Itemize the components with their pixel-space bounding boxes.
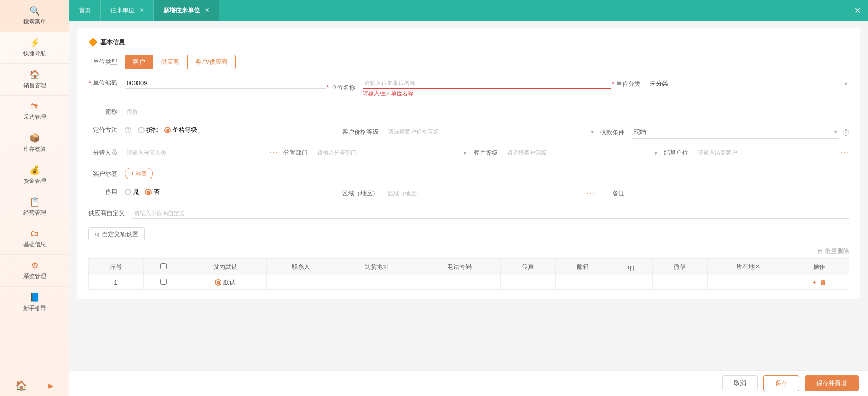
settlement-unit-input[interactable]	[696, 147, 837, 158]
disabled-region-row: 停用 是 否 区	[88, 188, 849, 199]
department-label: 分管部门	[279, 148, 312, 157]
sidebar-item-inventory[interactable]: 📦 库存核算	[0, 127, 69, 159]
department-chevron: ▾	[464, 149, 467, 156]
add-tag-button[interactable]: + 标签	[125, 168, 153, 179]
unit-name-input[interactable]	[363, 78, 611, 89]
footer: 取消 保存 保存并新增	[69, 370, 868, 396]
save-new-button[interactable]: 保存并新增	[805, 375, 859, 391]
row-checkbox[interactable]	[160, 279, 167, 285]
manager-more-btn[interactable]: ···	[269, 148, 278, 157]
disabled-radio-group: 是 否	[125, 188, 160, 196]
tab-home-label: 首页	[79, 6, 91, 15]
tab-partner-new[interactable]: 新增往来单位 ✕	[154, 0, 219, 21]
unit-category-select[interactable]: 未分类 ▾	[648, 78, 849, 90]
pricing-hint-icon[interactable]: ?	[125, 127, 131, 133]
cancel-button[interactable]: 取消	[722, 375, 758, 391]
sidebar-item-sales[interactable]: 🏠 销售管理	[0, 64, 69, 96]
sidebar-item-finance-label: 资金管理	[23, 177, 46, 185]
row-actions: + 🗑	[796, 279, 843, 286]
batch-delete-button[interactable]: 🗑 批量删除	[817, 247, 849, 256]
sidebar-item-finance[interactable]: 💰 资金管理	[0, 159, 69, 191]
manager-input[interactable]	[125, 147, 266, 158]
operations-icon: 📋	[30, 197, 40, 207]
supplier-custom-input[interactable]	[132, 208, 849, 219]
disabled-label: 停用	[88, 188, 121, 196]
row-default-radio[interactable]: 默认	[190, 278, 261, 287]
cell-checkbox	[143, 275, 184, 290]
custom-settings-label: 自定义项设置	[102, 230, 138, 239]
sidebar-item-purchase[interactable]: 🛍 采购管理	[0, 96, 69, 127]
tab-partner-list[interactable]: 往来单位 ✕	[101, 0, 154, 21]
tab-home[interactable]: 首页	[69, 0, 101, 21]
sidebar-home-icon[interactable]: 🏠	[15, 380, 27, 391]
unit-type-label: 单位类型	[88, 58, 121, 66]
manager-field: 分管人员 ···	[88, 147, 279, 158]
payment-terms-select[interactable]: 现结 ▾	[632, 126, 839, 139]
radio-disabled-yes[interactable]: 是	[125, 188, 139, 196]
department-input[interactable]	[315, 147, 460, 158]
unit-name-field: 单位名称 请输入往来单位名称	[326, 78, 611, 98]
remark-input[interactable]	[632, 188, 849, 199]
col-index: 序号	[89, 259, 144, 275]
btn-type-supplier[interactable]: 供应离	[153, 55, 187, 69]
customer-price-select[interactable]: 请选择客户价格等级 ▾	[386, 126, 596, 138]
unit-code-input[interactable]	[125, 78, 326, 89]
search-icon: 🔍	[30, 6, 40, 16]
save-button[interactable]: 保存	[763, 375, 799, 391]
sidebar-item-quick-nav[interactable]: ⚡ 快捷导航	[0, 32, 69, 64]
radio-level-inner	[166, 129, 169, 132]
short-name-input[interactable]	[125, 106, 342, 117]
sidebar-item-system[interactable]: ⚙ 系统管理	[0, 255, 69, 287]
row-delete-btn[interactable]: 🗑	[820, 279, 826, 286]
btn-type-both[interactable]: 客户/供应离	[187, 55, 236, 69]
table-body: 1 默认	[89, 275, 849, 290]
supplier-custom-row: 供应商自定义	[88, 208, 849, 219]
unit-name-error: 请输入往来单位名称	[363, 90, 611, 98]
sidebar-item-operations[interactable]: 📋 经营管理	[0, 191, 69, 223]
customer-level-placeholder: 请选择客户等级	[507, 149, 653, 157]
settlement-unit-label: 结算单位	[659, 148, 692, 157]
manager-label: 分管人员	[88, 148, 121, 157]
custom-settings-button[interactable]: ⚙ 自定义项设置	[88, 227, 145, 241]
tab-partner-new-close[interactable]: ✕	[205, 7, 209, 14]
sidebar-item-search[interactable]: 🔍 搜索菜单	[0, 0, 69, 32]
col-fax: 传真	[501, 259, 556, 275]
col-checkbox	[143, 259, 184, 275]
sidebar-item-operations-label: 经营管理	[23, 209, 46, 217]
cell-address	[335, 275, 418, 290]
radio-level[interactable]: 价格等级	[164, 126, 197, 134]
customer-level-select[interactable]: 请选择客户等级 ▾	[505, 147, 659, 159]
customer-price-field: 客户价格等级 请选择客户价格等级 ▾	[342, 126, 596, 138]
radio-disabled-yes-label: 是	[133, 188, 139, 196]
customer-level-chevron: ▾	[655, 150, 657, 156]
sidebar-item-system-label: 系统管理	[23, 272, 46, 280]
cell-contact	[266, 275, 335, 290]
btn-type-customer[interactable]: 客户	[125, 55, 153, 69]
row-add-btn[interactable]: +	[812, 279, 816, 286]
tab-bar: 首页 往来单位 ✕ 新增往来单位 ✕ ✕	[69, 0, 868, 21]
radio-discount[interactable]: 折扣	[138, 126, 159, 134]
col-address: 到货地址	[335, 259, 418, 275]
custom-settings-section: ⚙ 自定义项设置	[88, 227, 849, 241]
payment-hint-icon[interactable]: ?	[843, 129, 849, 136]
quicknav-icon: ⚡	[30, 38, 40, 48]
select-all-checkbox[interactable]	[160, 263, 167, 269]
region-input[interactable]	[386, 188, 583, 199]
col-qq: qq	[610, 259, 652, 275]
col-region: 所在地区	[707, 259, 790, 275]
settlement-unit-more-btn[interactable]: ···	[840, 148, 849, 157]
radio-disabled-no-label: 否	[153, 188, 160, 196]
tab-bar-global-close[interactable]: ✕	[853, 4, 862, 17]
region-more-btn[interactable]: ···	[586, 189, 595, 198]
col-contact: 联系人	[266, 259, 335, 275]
payment-terms-field: 收款条件 现结 ▾ ?	[595, 126, 849, 139]
sidebar-expand-icon[interactable]: ▶	[48, 382, 53, 389]
radio-level-label: 价格等级	[173, 126, 197, 134]
tab-partner-list-close[interactable]: ✕	[139, 7, 144, 14]
sidebar-item-basic-info[interactable]: 🗂 基础信息	[0, 223, 69, 255]
sidebar-item-guide[interactable]: 📘 新手引导	[0, 287, 69, 318]
table-header: 序号 设为默认 联系人 到货地址 电话号码 传真 邮箱 qq 微信 所在地区	[89, 259, 849, 275]
radio-disabled-no[interactable]: 否	[145, 188, 160, 196]
pricing-method-field: 定价方法 ? 折扣 价格等级	[88, 126, 342, 134]
tag-row: 客户标签 + 标签	[88, 168, 849, 179]
